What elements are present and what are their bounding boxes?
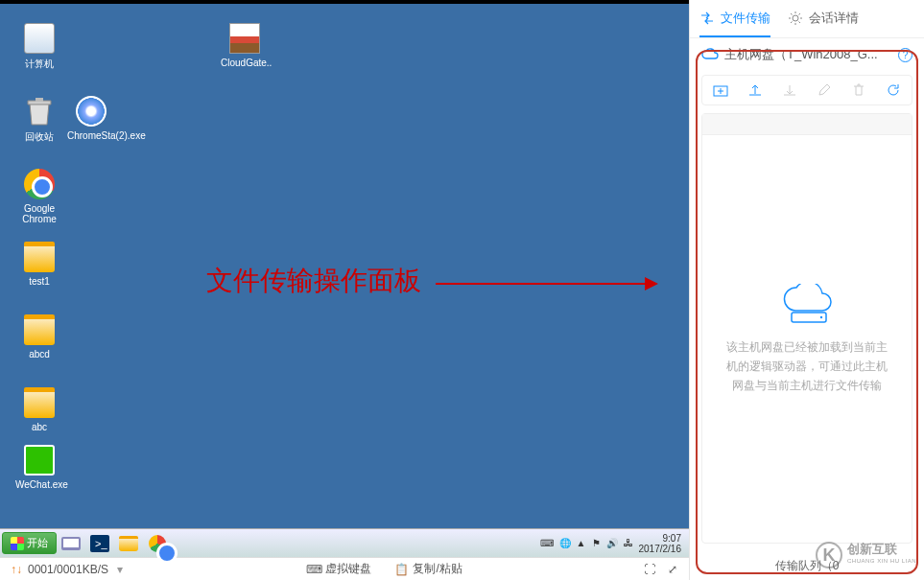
clipboard-icon: 📋 — [394, 563, 408, 576]
chevron-down-icon[interactable]: ▾ — [113, 563, 127, 576]
desktop-icon-abc[interactable]: abc — [15, 387, 63, 432]
taskbar-explorer-icon[interactable] — [59, 533, 83, 554]
chrome-icon — [24, 169, 55, 199]
copy-label: 复制/粘贴 — [413, 561, 462, 577]
tab-session-details[interactable]: 会话详情 — [788, 0, 859, 37]
svg-rect-0 — [36, 98, 43, 102]
tray-flag-icon[interactable]: ⚑ — [592, 538, 601, 548]
delete-button — [850, 81, 867, 99]
watermark: K 创新互联 CHUANG XIN HU LIAN — [816, 542, 916, 568]
svg-rect-2 — [63, 539, 79, 547]
time-text: 9:07 — [663, 533, 681, 544]
cloud-drive-icon — [778, 284, 836, 324]
file-toolbar — [701, 75, 912, 105]
taskbar-folder-icon[interactable] — [117, 533, 140, 554]
disk-header: 主机网盘（T_Win2008_G... ? — [690, 38, 924, 71]
annotation: 文件传输操作面板 — [206, 263, 656, 299]
tab-file-transfer[interactable]: 文件传输 — [699, 0, 770, 37]
taskbar: 开始 >_ ⌨ 🌐 ▲ ⚑ 🔊 🖧 9:07 2017/2/16 — [0, 528, 689, 557]
desktop-icon-test1[interactable]: test1 — [15, 242, 63, 287]
virtual-keyboard-button[interactable]: ⌨ 虚拟键盘 — [307, 561, 371, 577]
cloud-icon — [701, 46, 719, 63]
start-label: 开始 — [27, 536, 48, 550]
file-transfer-panel: 文件传输 会话详情 主机网盘（T_Win2008_G... ? — [689, 0, 924, 580]
watermark-logo-icon: K — [816, 542, 842, 568]
empty-text: 该主机网盘已经被加载到当前主机的逻辑驱动器，可通过此主机网盘与当前主机进行文件传… — [725, 337, 888, 395]
svg-text:>_: >_ — [95, 538, 107, 549]
desktop-icon-wechat[interactable]: WeChat.exe — [15, 445, 63, 490]
tray-globe-icon[interactable]: 🌐 — [559, 538, 571, 548]
arrow-icon — [436, 283, 656, 285]
svg-point-8 — [820, 315, 822, 317]
exit-fullscreen-button[interactable]: ⛶ — [643, 563, 656, 576]
desktop-icon-label: ChromeSta(2).exe — [67, 130, 115, 141]
desktop-icon-label: WeChat.exe — [15, 479, 63, 490]
windows-logo-icon — [11, 537, 24, 550]
folder-icon — [24, 314, 55, 345]
wechat-icon — [24, 445, 55, 476]
system-tray: ⌨ 🌐 ▲ ⚑ 🔊 🖧 9:07 2017/2/16 — [540, 533, 687, 554]
taskbar-powershell-icon[interactable]: >_ — [88, 533, 111, 554]
desktop-icon-label: abcd — [15, 349, 63, 360]
desktop-icon-label: 计算机 — [15, 58, 63, 71]
tray-chevron-up-icon[interactable]: ▲ — [577, 538, 586, 548]
download-button — [781, 81, 798, 99]
taskbar-clock[interactable]: 9:07 2017/2/16 — [639, 533, 682, 554]
tab-label: 会话详情 — [809, 10, 859, 27]
disc-icon — [76, 96, 107, 127]
watermark-cn: 创新互联 — [847, 544, 916, 555]
desktop-icon-recycle[interactable]: 回收站 — [15, 96, 63, 144]
start-button[interactable]: 开始 — [2, 532, 57, 554]
fullscreen-button[interactable]: ⤢ — [666, 563, 679, 576]
tray-network-icon[interactable]: 🖧 — [624, 538, 633, 548]
folder-icon — [24, 387, 55, 418]
upload-download-icon: ↑↓ — [10, 563, 23, 576]
desktop-icon-label: test1 — [15, 276, 63, 287]
gear-icon — [788, 11, 803, 26]
empty-state: 该主机网盘已经被加载到当前主机的逻辑驱动器，可通过此主机网盘与当前主机进行文件传… — [702, 135, 912, 543]
panel-tabs: 文件传输 会话详情 — [690, 0, 924, 38]
tray-volume-icon[interactable]: 🔊 — [606, 538, 618, 548]
desktop-icon-chromesetup[interactable]: ChromeSta(2).exe — [67, 96, 115, 141]
watermark-en: CHUANG XIN HU LIAN — [847, 555, 916, 567]
desktop-icon-chrome[interactable]: Google Chrome — [15, 169, 63, 224]
speed-text: 0001/0001KB/S — [28, 563, 108, 576]
svg-point-5 — [793, 15, 798, 21]
annotation-text: 文件传输操作面板 — [206, 263, 421, 299]
folder-icon — [24, 242, 55, 272]
transfer-speed: ↑↓ 0001/0001KB/S ▾ — [10, 563, 127, 576]
transfer-icon — [699, 11, 715, 26]
upload-button[interactable] — [746, 81, 764, 99]
desktop-icon-label: Google Chrome — [15, 203, 63, 224]
computer-icon — [24, 23, 55, 54]
new-folder-button[interactable] — [712, 81, 729, 99]
tab-label: 文件传输 — [721, 10, 770, 27]
connection-status-bar: ↑↓ 0001/0001KB/S ▾ ⌨ 虚拟键盘 📋 复制/粘贴 ⛶ ⤢ — [0, 557, 689, 580]
desktop-icon-cloudgate[interactable]: CloudGate.. — [221, 23, 269, 68]
expand-icon: ⤢ — [666, 563, 679, 576]
date-text: 2017/2/16 — [639, 544, 682, 554]
tray-desktop-icon[interactable]: ⌨ — [540, 538, 554, 548]
taskbar-chrome-icon[interactable] — [146, 533, 169, 554]
file-list-header — [702, 114, 912, 135]
keyboard-icon: ⌨ — [307, 563, 320, 576]
collapse-icon: ⛶ — [643, 563, 656, 576]
copy-paste-button[interactable]: 📋 复制/粘贴 — [394, 561, 462, 577]
desktop-icon-abcd[interactable]: abcd — [15, 314, 63, 360]
file-list-pane: 该主机网盘已经被加载到当前主机的逻辑驱动器，可通过此主机网盘与当前主机进行文件传… — [701, 113, 912, 544]
recycle-bin-icon — [24, 96, 55, 127]
desktop-icon-label: 回收站 — [15, 130, 63, 144]
refresh-button[interactable] — [885, 81, 902, 99]
kbd-label: 虚拟键盘 — [325, 561, 371, 577]
cloudgate-icon — [229, 23, 260, 54]
desktop-icon-label: abc — [15, 422, 63, 432]
desktop-icon-label: CloudGate.. — [221, 58, 269, 68]
desktop-icon-computer[interactable]: 计算机 — [15, 23, 63, 71]
disk-title: 主机网盘（T_Win2008_G... — [724, 46, 878, 63]
edit-button — [816, 81, 833, 99]
remote-desktop[interactable]: 计算机 CloudGate.. 回收站 ChromeSta(2).exe Goo… — [0, 4, 689, 557]
help-icon[interactable]: ? — [898, 48, 912, 62]
remote-desktop-area: 计算机 CloudGate.. 回收站 ChromeSta(2).exe Goo… — [0, 0, 689, 580]
